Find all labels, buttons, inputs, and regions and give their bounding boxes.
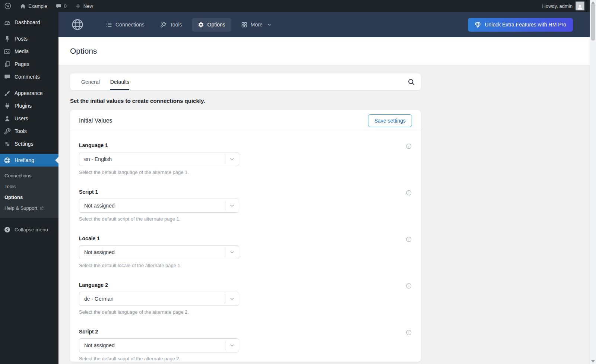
new-content-menu[interactable]: New [71, 0, 97, 12]
field-label: Script 2 [79, 329, 239, 335]
sidebar-item-comments[interactable]: Comments [0, 70, 58, 83]
field-help: Select the default language of the alter… [79, 309, 239, 315]
sidebar-item-posts[interactable]: Posts [0, 32, 58, 45]
collapse-menu-button[interactable]: Collapse menu [0, 223, 58, 236]
comment-icon [4, 73, 11, 80]
sidebar-item-users[interactable]: Users [0, 112, 58, 125]
pages-icon [4, 61, 11, 68]
sidebar-item-media[interactable]: Media [0, 45, 58, 58]
chevron-down-icon [225, 296, 239, 302]
sidebar-item-appearance[interactable]: Appearance [0, 87, 58, 99]
submenu-item-tools[interactable]: Tools [0, 181, 58, 192]
field-script-1: Script 1 Not assigned Select the default… [79, 189, 412, 222]
language-2-select[interactable]: de - German [79, 292, 239, 306]
nav-more[interactable]: More [235, 18, 278, 32]
card-title: Initial Values [79, 117, 112, 124]
field-label: Language 1 [79, 142, 239, 149]
media-icon [4, 48, 11, 55]
info-icon[interactable] [406, 329, 412, 336]
tab-defaults[interactable]: Defaults [110, 73, 129, 90]
info-icon[interactable] [406, 190, 412, 196]
page-title: Options [70, 47, 97, 56]
submenu-item-connections[interactable]: Connections [0, 170, 58, 181]
plugin-header: Connections Tools Options More Unlock Ex… [58, 12, 590, 37]
plugin-globe-logo-icon[interactable] [71, 18, 84, 31]
content-area: General Defaults Set the initial values … [58, 65, 590, 364]
chevron-down-icon [225, 156, 239, 162]
unlock-pro-button[interactable]: Unlock Extra Features with HM Pro [468, 18, 573, 32]
card-body: Language 1 en - English Select the defau… [70, 131, 421, 362]
tabs-card: General Defaults [70, 73, 421, 90]
brush-icon [4, 90, 11, 97]
nav-options[interactable]: Options [192, 18, 231, 32]
field-locale-1: Locale 1 Not assigned Select the default… [79, 235, 412, 269]
field-label: Language 2 [79, 282, 239, 288]
info-icon[interactable] [406, 143, 412, 149]
field-script-2: Script 2 Not assigned Select the default… [79, 329, 412, 362]
nav-tools[interactable]: Tools [154, 18, 188, 32]
field-help: Select the default script of the alterna… [79, 216, 239, 222]
chevron-down-icon [225, 249, 239, 255]
info-icon[interactable] [406, 283, 412, 289]
plug-icon [4, 102, 11, 110]
field-language-1: Language 1 en - English Select the defau… [79, 142, 412, 175]
field-help: Select the default language of the alter… [79, 170, 239, 175]
dashboard-icon [4, 19, 11, 26]
comments-count: 0 [64, 3, 67, 9]
menu-separator [0, 150, 58, 154]
search-icon[interactable] [408, 78, 415, 86]
sliders-icon [4, 140, 11, 148]
scrollbar-down-arrow[interactable] [591, 360, 595, 363]
collapse-arrow-icon [4, 226, 11, 233]
howdy-text: Howdy, admin [542, 3, 573, 9]
card-header: Initial Values Save settings [70, 110, 421, 131]
grid-icon [241, 22, 247, 28]
sidebar-item-plugins[interactable]: Plugins [0, 99, 58, 112]
globe-icon [4, 157, 11, 164]
section-intro: Set the initial values to create connect… [70, 98, 590, 104]
main-area: Connections Tools Options More Unlock Ex… [58, 12, 590, 364]
language-1-select[interactable]: en - English [79, 152, 239, 166]
menu-separator [0, 83, 58, 87]
gem-icon [475, 22, 481, 28]
menu-separator [0, 29, 58, 32]
site-name: Example [28, 3, 47, 9]
save-settings-button[interactable]: Save settings [368, 114, 412, 127]
scrollbar-thumb[interactable] [591, 3, 595, 41]
user-icon [4, 115, 11, 122]
account-menu[interactable]: Howdy, admin [540, 0, 587, 12]
sidebar-item-pages[interactable]: Pages [0, 58, 58, 70]
wordpress-logo-menu[interactable] [0, 0, 16, 12]
tools-icon [160, 22, 167, 28]
sidebar-item-dashboard[interactable]: Dashboard [0, 16, 58, 29]
site-name-link[interactable]: Example [16, 0, 51, 12]
sidebar-item-tools[interactable]: Tools [0, 125, 58, 137]
field-help: Select the default locale of the alterna… [79, 263, 239, 269]
tab-general[interactable]: General [81, 73, 100, 90]
submenu-item-help-support[interactable]: Help & Support [0, 203, 58, 213]
window-scrollbar[interactable] [590, 0, 596, 364]
nav-connections[interactable]: Connections [100, 18, 150, 32]
hreflang-submenu: Connections Tools Options Help & Support [0, 167, 58, 218]
list-icon [106, 22, 112, 28]
avatar [576, 1, 584, 10]
locale-1-select[interactable]: Not assigned [79, 245, 239, 259]
new-label: New [83, 3, 93, 9]
plugin-nav: Connections Tools Options More [100, 18, 278, 32]
comment-icon [56, 3, 62, 9]
sidebar-item-hreflang[interactable]: Hreflang [0, 154, 58, 167]
script-2-select[interactable]: Not assigned [79, 338, 239, 352]
submenu-item-options[interactable]: Options [0, 192, 58, 203]
sidebar-item-settings[interactable]: Settings [0, 137, 58, 150]
chevron-down-icon [225, 203, 239, 209]
admin-bar: Example 0 New Howdy, admin [0, 0, 590, 12]
comments-link[interactable]: 0 [51, 0, 71, 12]
script-1-select[interactable]: Not assigned [79, 199, 239, 213]
info-icon[interactable] [406, 236, 412, 243]
gear-icon [198, 22, 204, 28]
chevron-down-icon [267, 22, 272, 27]
chevron-down-icon [225, 342, 239, 348]
field-help: Select the default script of the alterna… [79, 356, 239, 362]
wrench-icon [4, 128, 11, 135]
plus-icon [75, 3, 81, 9]
